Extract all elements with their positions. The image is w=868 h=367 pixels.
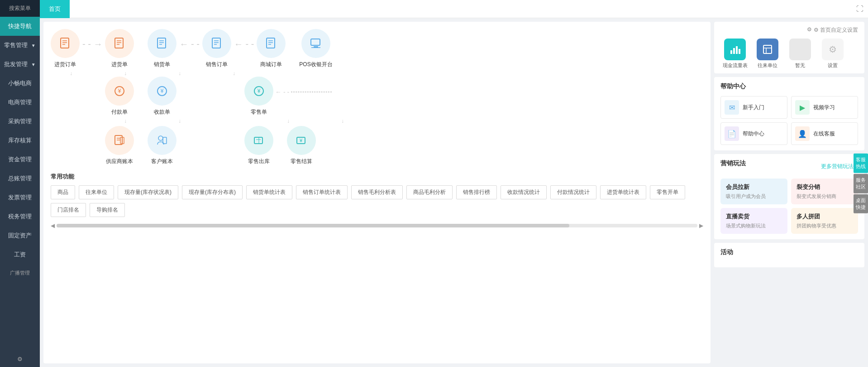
settings-item-label: 设置 — [828, 62, 838, 69]
node-payment-out[interactable]: ¥ 付款单 — [105, 77, 134, 116]
svg-text:¥: ¥ — [118, 88, 121, 94]
purchase-bill-icon — [105, 29, 134, 58]
help-beginner[interactable]: ✉ 新手入门 — [720, 96, 787, 119]
help-video[interactable]: ▶ 视频学习 — [791, 96, 858, 119]
svg-rect-35 — [254, 137, 262, 144]
node-sales-bill[interactable]: 销货单 — [148, 29, 176, 68]
marketing-fission[interactable]: 裂变分销 裂变式发展分销商 — [791, 179, 858, 204]
svg-text:¥: ¥ — [257, 88, 261, 94]
settings-icon: ⚙ — [822, 39, 844, 60]
func-btn-sales-order-stat[interactable]: 销售订单统计表 — [296, 185, 348, 199]
help-center-title: 帮助中心 — [720, 82, 858, 91]
svg-rect-20 — [311, 39, 320, 45]
sidebar-item-purchase[interactable]: 采购管理 — [0, 112, 40, 131]
qa-partner[interactable]: 往来单位 — [753, 39, 782, 69]
more-marketing-link[interactable]: 更多营销玩法 > — [821, 163, 858, 170]
svg-rect-0 — [61, 38, 69, 48]
node-supplier-account[interactable]: 供应商账本 — [105, 126, 134, 165]
cashflow-label: 现金流量表 — [723, 62, 748, 69]
marketing-title: 营销玩法 — [720, 159, 746, 168]
func-btn-purchase-stat[interactable]: 进货单统计表 — [600, 185, 646, 199]
sidebar-item-inventory[interactable]: 库存核算 — [0, 131, 40, 150]
live-desc: 场景式购物新玩法 — [726, 222, 782, 229]
sidebar-search[interactable]: 搜索菜单 — [0, 0, 40, 17]
func-btn-stock-dist[interactable]: 现存量(库存分布表) — [182, 185, 243, 199]
func-btn-goods-profit[interactable]: 商品毛利分析 — [406, 185, 453, 199]
scroll-track[interactable] — [57, 224, 697, 227]
scroll-left-btn[interactable]: ◀ — [51, 222, 55, 229]
node-retail-settle[interactable]: ¥ 零售结算 — [287, 126, 316, 165]
func-grid: 商品 往来单位 现存量(库存状况表) 现存量(库存分布表) 销货单统计表 销售订… — [51, 185, 703, 217]
flow-section: 进货订单 - - → 进货单 — [51, 29, 703, 165]
func-btn-store-rank[interactable]: 门店排名 — [51, 203, 86, 217]
sidebar-item-wholesale[interactable]: 批发管理 ▼ — [0, 55, 40, 74]
sidebar-item-ledger[interactable]: 总账管理 — [0, 169, 40, 188]
node-sales-order[interactable]: 销售订单 — [202, 29, 231, 68]
float-customer-service[interactable]: 客服热线 — [854, 154, 868, 173]
sidebar-item-assets[interactable]: 固定资产 — [0, 226, 40, 245]
marketing-group[interactable]: 多人拼团 拼团购物享受优惠 — [791, 208, 858, 234]
svg-rect-41 — [733, 48, 735, 54]
group-desc: 拼团购物享受优惠 — [796, 222, 853, 229]
content-area: 进货订单 - - → 进货单 — [40, 18, 868, 367]
live-title: 直播卖货 — [726, 212, 782, 221]
node-payment-in[interactable]: ¥ 收款单 — [148, 77, 176, 116]
node-pos[interactable]: POS收银开台 — [299, 29, 332, 68]
marketing-member[interactable]: 会员拉新 吸引用户成为会员 — [720, 179, 787, 204]
help-docs[interactable]: 📄 帮助中心 — [720, 122, 787, 145]
func-btn-sales-rank[interactable]: 销售排行榜 — [456, 185, 497, 199]
sidebar-item-finance[interactable]: 资金管理 — [0, 150, 40, 169]
sidebar-item-more[interactable]: 广播管理 — [0, 264, 40, 282]
settings-label: ⚙ 首页自定义设置 — [814, 26, 858, 34]
node-purchase-bill[interactable]: 进货单 — [105, 29, 134, 68]
member-desc: 吸引用户成为会员 — [726, 193, 782, 200]
qa-empty: 暂无 — [786, 39, 815, 69]
partner-icon — [757, 39, 778, 60]
activity-title: 活动 — [720, 248, 858, 256]
node-mall-order[interactable]: 商城订单 — [257, 29, 286, 68]
func-btn-payment-stat[interactable]: 付款情况统计 — [550, 185, 596, 199]
func-btn-sales-profit[interactable]: 销售毛利分析表 — [351, 185, 403, 199]
fullscreen-button[interactable]: ⛶ — [856, 5, 863, 13]
help-center: 帮助中心 ✉ 新手入门 ▶ 视频学习 📄 帮助中心 👤 — [714, 77, 864, 150]
qa-settings[interactable]: ⚙ 设置 — [818, 39, 847, 69]
sidebar-item-salary[interactable]: 工资 — [0, 245, 40, 264]
node-retail-out[interactable]: 零售出库 — [244, 126, 273, 165]
beginner-icon: ✉ — [725, 100, 739, 115]
pos-icon — [301, 29, 330, 58]
empty-icon — [789, 39, 811, 60]
topbar: 首页 ⛶ — [40, 0, 868, 18]
svg-rect-43 — [739, 49, 740, 54]
sidebar-item-quick-nav[interactable]: 快捷导航 — [0, 17, 40, 36]
func-btn-retail-order[interactable]: 零售开单 — [650, 185, 685, 199]
node-retail-order[interactable]: ¥ 零售单 — [244, 77, 273, 116]
marketing-live[interactable]: 直播卖货 场景式购物新玩法 — [720, 208, 787, 234]
svg-rect-42 — [736, 46, 738, 54]
retail-settle-icon: ¥ — [287, 126, 316, 155]
tab-home[interactable]: 首页 — [40, 0, 70, 18]
func-btn-receipt-stat[interactable]: 收款情况统计 — [501, 185, 547, 199]
scroll-right-btn[interactable]: ▶ — [699, 222, 703, 229]
node-customer-account[interactable]: 客户账本 — [148, 126, 176, 165]
float-desktop[interactable]: 桌面快捷 — [854, 194, 868, 213]
retail-out-icon — [244, 126, 273, 155]
func-btn-guide-rank[interactable]: 导购排名 — [90, 203, 125, 217]
arrow-left-2: ← - - — [234, 39, 254, 49]
float-community[interactable]: 服务社区 — [854, 174, 868, 193]
floating-buttons: 客服热线 服务社区 桌面快捷 — [854, 154, 868, 213]
func-btn-stock-status[interactable]: 现存量(库存状况表) — [118, 185, 178, 199]
sidebar-item-retail[interactable]: 零售管理 ▼ — [0, 36, 40, 55]
sidebar-item-invoice[interactable]: 发票管理 — [0, 188, 40, 207]
sidebar-item-ecommerce[interactable]: 电商管理 — [0, 93, 40, 112]
sidebar-settings[interactable]: ⚙ — [0, 351, 40, 367]
dashed-arrow-pos: ← - - — [275, 88, 289, 96]
func-btn-goods[interactable]: 商品 — [51, 185, 75, 199]
sidebar-item-tax[interactable]: 税务管理 — [0, 207, 40, 226]
func-btn-sales-stat[interactable]: 销货单统计表 — [246, 185, 292, 199]
func-btn-partner[interactable]: 往来单位 — [79, 185, 114, 199]
sidebar-item-ecommerce-small[interactable]: 小畅电商 — [0, 74, 40, 93]
quick-access-settings[interactable]: ⚙ ⚙ 首页自定义设置 — [720, 26, 858, 34]
qa-cashflow[interactable]: 现金流量表 — [720, 39, 749, 69]
help-chat[interactable]: 👤 在线客服 — [791, 122, 858, 145]
node-purchase-order[interactable]: 进货订单 — [51, 29, 80, 68]
